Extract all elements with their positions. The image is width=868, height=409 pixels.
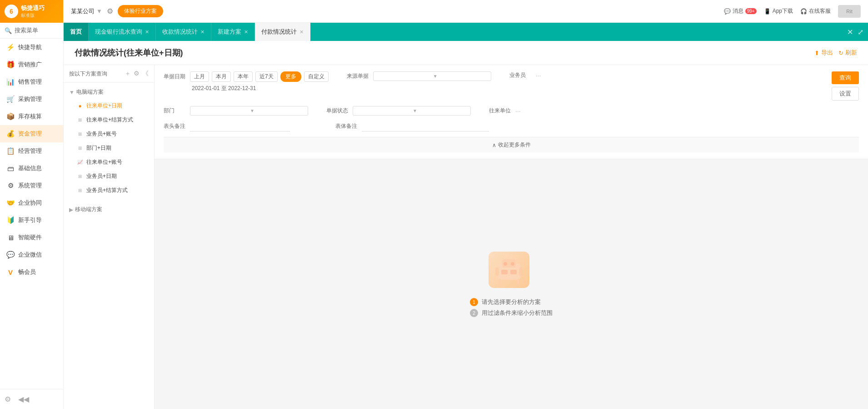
tab-home[interactable]: 首页 <box>64 23 89 41</box>
scheme-add-btn[interactable]: ＋ <box>125 70 131 78</box>
tab-receipt[interactable]: 收款情况统计 ✕ <box>156 23 211 41</box>
refresh-label: 刷新 <box>845 49 857 57</box>
sidebar-header: 6 畅捷通巧 标准版 <box>0 0 63 23</box>
refresh-btn[interactable]: ↻ 刷新 <box>838 49 857 57</box>
body-note-label: 表体备注 <box>335 122 358 130</box>
tab-bank-close[interactable]: ✕ <box>145 29 149 35</box>
user-avatar[interactable]: Rit <box>838 5 861 18</box>
sidebar-item-member[interactable]: V 畅会员 <box>0 263 63 281</box>
notifications-btn[interactable]: 💬 消息 99+ <box>724 7 757 15</box>
sidebar-item-guide[interactable]: 🔰 新手引导 <box>0 212 63 229</box>
sidebar-item-inventory[interactable]: 📦 库存核算 <box>0 108 63 125</box>
scheme-item-unit-date[interactable]: ● 往来单位+日期 <box>64 99 154 113</box>
online-support-btn[interactable]: 🎧 在线客服 <box>800 7 831 15</box>
system-icon: ⚙ <box>6 182 15 190</box>
tabbar-fullscreen-icon[interactable]: ⤢ <box>858 28 863 36</box>
tab-bank[interactable]: 现金银行流水查询 ✕ <box>89 23 156 41</box>
sidebar: 6 畅捷通巧 标准版 🔍 搜索菜单 ⚡ 快捷导航 🎁 营销推广 📊 销售管理 🛒… <box>0 0 64 409</box>
scheme-item-label: 往来单位+结算方式 <box>86 116 133 124</box>
sidebar-item-enterprise[interactable]: 🤝 企业协同 <box>0 194 63 212</box>
tab-home-label: 首页 <box>70 28 82 36</box>
scheme-item-staff-settle[interactable]: ⊞ 业务员+结算方式 <box>64 183 154 197</box>
tabbar-close-icon[interactable]: ✕ <box>847 28 853 36</box>
sidebar-search[interactable]: 🔍 搜索菜单 <box>0 23 63 39</box>
collapse-more-btn[interactable]: ∧ 收起更多条件 <box>164 137 859 152</box>
tab-payment[interactable]: 付款情况统计 ✕ <box>255 23 310 41</box>
sidebar-item-label: 快捷导航 <box>18 43 42 51</box>
app-download-btn[interactable]: 📱 App下载 <box>764 7 793 15</box>
scheme-icon: ⊞ <box>76 187 84 194</box>
pc-scheme-group: ▼ 电脑端方案 ● 往来单位+日期 ⊞ 往来单位+结算方式 ⊞ 业务员+账号 ⊞ <box>64 83 154 200</box>
export-label: 导出 <box>821 49 833 57</box>
sidebar-item-purchase[interactable]: 🛒 采购管理 <box>0 91 63 108</box>
source-select[interactable]: ▼ <box>373 71 491 81</box>
robot-icon <box>489 252 529 288</box>
counterpart-dots[interactable]: ··· <box>515 107 521 115</box>
sidebar-item-label: 经营管理 <box>18 147 42 155</box>
body-note-input[interactable] <box>362 121 489 131</box>
tab-new-scheme[interactable]: 新建方案 ✕ <box>211 23 255 41</box>
scheme-item-staff-account[interactable]: ⊞ 业务员+账号 <box>64 127 154 141</box>
scheme-item-label: 往来单位+日期 <box>86 102 122 110</box>
mobile-scheme-group: ▶ 移动端方案 <box>64 200 154 219</box>
scheme-item-dept-date[interactable]: ⊞ 部门+日期 <box>64 141 154 155</box>
sidebar-item-management[interactable]: 📋 经营管理 <box>0 142 63 160</box>
staff-select-dots[interactable]: ··· <box>536 72 541 79</box>
scheme-collapse-btn[interactable]: 《 <box>142 70 149 78</box>
tab-new-scheme-close[interactable]: ✕ <box>244 29 248 35</box>
sidebar-item-hardware[interactable]: 🖥 智能硬件 <box>0 229 63 246</box>
enterprise-icon: 🤝 <box>6 199 15 207</box>
dept-select[interactable]: ▼ <box>190 106 308 116</box>
date-options: 上月 本月 本年 近7天 更多 自定义 <box>190 71 329 82</box>
sidebar-item-capital[interactable]: 💰 资金管理 <box>0 125 63 142</box>
hint-num-2: 2 <box>470 309 478 317</box>
topbar-company[interactable]: 某某公司 ▼ <box>71 7 102 15</box>
sidebar-item-quicknav[interactable]: ⚡ 快捷导航 <box>0 39 63 56</box>
sidebar-item-system[interactable]: ⚙ 系统管理 <box>0 177 63 194</box>
notification-badge: 99+ <box>745 8 757 14</box>
trial-btn[interactable]: 体验行业方案 <box>118 5 163 17</box>
date-btn-last7[interactable]: 近7天 <box>255 71 278 82</box>
export-btn[interactable]: ⬆ 导出 <box>814 49 833 57</box>
date-btn-last-month[interactable]: 上月 <box>190 71 209 82</box>
scheme-item-unit-settle[interactable]: ⊞ 往来单位+结算方式 <box>64 113 154 127</box>
pc-group-title[interactable]: ▼ 电脑端方案 <box>64 86 154 99</box>
scheme-item-label: 往来单位+账号 <box>86 158 122 166</box>
sidebar-item-marketing[interactable]: 🎁 营销推广 <box>0 56 63 73</box>
date-btn-this-month[interactable]: 本月 <box>212 71 231 82</box>
empty-hint-2: 2 用过滤条件来缩小分析范围 <box>470 309 553 317</box>
header-note-input[interactable] <box>190 121 290 131</box>
topbar-settings-icon[interactable]: ⚙ <box>107 7 113 15</box>
hint-num-1: 1 <box>470 298 478 306</box>
date-btn-this-year[interactable]: 本年 <box>234 71 253 82</box>
sidebar-item-sales[interactable]: 📊 销售管理 <box>0 73 63 91</box>
date-btn-more[interactable]: 更多 <box>280 71 301 82</box>
sidebar-item-basic[interactable]: 🗃 基础信息 <box>0 160 63 177</box>
tab-payment-label: 付款情况统计 <box>261 28 297 36</box>
sidebar-item-label: 资金管理 <box>18 130 42 138</box>
sidebar-item-label: 营销推广 <box>18 61 42 69</box>
status-select[interactable]: ▼ <box>353 106 471 116</box>
purchase-icon: 🛒 <box>6 95 15 103</box>
scheme-active-icon: ● <box>76 102 84 110</box>
sidebar-settings-btn[interactable]: ⚙ <box>5 395 11 404</box>
capital-icon: 💰 <box>6 130 15 138</box>
date-btn-custom[interactable]: 自定义 <box>304 71 329 82</box>
scheme-item-unit-account[interactable]: 📈 往来单位+账号 <box>64 155 154 169</box>
member-icon: V <box>6 268 15 276</box>
scheme-settings-btn[interactable]: ⚙ <box>134 70 140 78</box>
sidebar-collapse-btn[interactable]: ◀◀ <box>18 395 29 404</box>
scheme-item-label: 业务员+账号 <box>86 130 117 138</box>
sidebar-item-wechat[interactable]: 💬 企业微信 <box>0 246 63 263</box>
export-icon: ⬆ <box>814 50 819 56</box>
mobile-group-title[interactable]: ▶ 移动端方案 <box>64 203 154 216</box>
scheme-item-staff-date[interactable]: ⊞ 业务员+日期 <box>64 169 154 183</box>
tab-receipt-close[interactable]: ✕ <box>200 29 205 35</box>
empty-illustration <box>489 252 534 293</box>
settings-btn[interactable]: 设置 <box>832 87 859 101</box>
query-btn[interactable]: 查询 <box>832 71 859 84</box>
counterpart-label: 往来单位 <box>489 107 512 115</box>
tab-payment-close[interactable]: ✕ <box>299 29 304 35</box>
hint-text-1: 请先选择要分析的方案 <box>482 298 541 306</box>
mobile-group-arrow: ▶ <box>69 207 73 213</box>
